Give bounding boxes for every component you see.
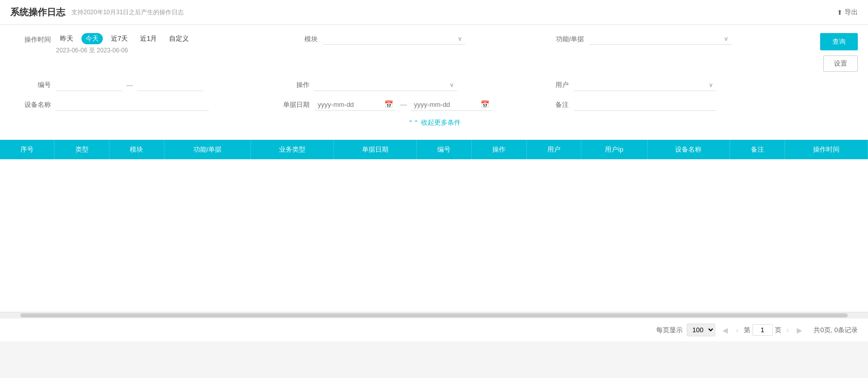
pagination: 每页显示 100 50 200 ◀ ‹ 第 页 › ▶ 共0页, 0条记录 <box>0 318 868 341</box>
device-input[interactable] <box>56 99 209 111</box>
operation-time-label: 操作时间 <box>10 35 51 44</box>
collapse-button[interactable]: ⌃⌃ 收起更多条件 <box>408 118 461 127</box>
date-from-wrapper: 📅 <box>315 98 396 111</box>
device-label: 设备名称 <box>10 100 51 109</box>
col-device: 设备名称 <box>647 140 730 159</box>
page-subtitle: 支持2020年10月31日之后产生的操作日志 <box>71 8 184 17</box>
module-select[interactable]: ∨ <box>323 33 465 45</box>
code-label: 编号 <box>10 80 51 90</box>
query-button[interactable]: 查询 <box>820 33 858 50</box>
time-custom-btn[interactable]: 自定义 <box>165 33 193 44</box>
filter-section: 操作时间 昨天 今天 近7天 近1月 自定义 2023-06-06 至 2023… <box>0 25 868 140</box>
first-page-button[interactable]: ◀ <box>719 325 731 335</box>
code-to-input[interactable] <box>137 79 203 91</box>
page-label: 第 <box>744 326 750 335</box>
date-from-input[interactable] <box>318 101 384 108</box>
time-7days-btn[interactable]: 近7天 <box>107 33 132 44</box>
col-biz-type: 业务类型 <box>251 140 334 159</box>
data-table: 序号 类型 模块 功能/单据 业务类型 单据日期 编号 操作 用户 用户ip 设… <box>0 140 868 159</box>
export-icon: ⬆ <box>837 9 843 16</box>
col-function: 功能/单据 <box>164 140 250 159</box>
per-page-select[interactable]: 100 50 200 <box>687 324 715 336</box>
module-label: 模块 <box>277 35 318 44</box>
total-text: 共0页, 0条记录 <box>814 326 858 335</box>
function-select[interactable]: ∨ <box>589 33 732 45</box>
col-doc-date: 单据日期 <box>334 140 417 159</box>
page-input[interactable] <box>752 324 773 336</box>
col-remarks: 备注 <box>730 140 785 159</box>
settings-button[interactable]: 设置 <box>823 55 858 72</box>
per-page-label: 每页显示 <box>656 326 683 335</box>
col-user-ip: 用户ip <box>581 140 647 159</box>
user-chevron-icon: ∨ <box>709 81 713 89</box>
collapse-icon: ⌃⌃ <box>408 119 419 127</box>
user-label: 用户 <box>528 80 569 90</box>
date-to-wrapper: 📅 <box>411 98 492 111</box>
next-page-button[interactable]: › <box>783 325 792 335</box>
last-page-button[interactable]: ▶ <box>794 325 805 335</box>
page-header: 系统操作日志 支持2020年10月31日之后产生的操作日志 ⬆ 导出 <box>0 0 868 25</box>
export-label: 导出 <box>845 8 858 17</box>
page-unit: 页 <box>775 326 781 335</box>
operation-select[interactable]: ∨ <box>315 79 457 91</box>
remarks-input[interactable] <box>574 99 716 111</box>
time-1month-btn[interactable]: 近1月 <box>136 33 161 44</box>
pagination-nav: ◀ ‹ 第 页 › ▶ <box>719 324 805 336</box>
page-title: 系统操作日志 <box>10 6 65 18</box>
table-header-row: 序号 类型 模块 功能/单据 业务类型 单据日期 编号 操作 用户 用户ip 设… <box>0 140 868 159</box>
user-select[interactable]: ∨ <box>574 79 716 91</box>
col-type: 类型 <box>54 140 109 159</box>
calendar-to-icon[interactable]: 📅 <box>481 100 489 108</box>
table-section: 序号 类型 模块 功能/单据 业务类型 单据日期 编号 操作 用户 用户ip 设… <box>0 140 868 312</box>
col-module: 模块 <box>109 140 164 159</box>
collapse-label: 收起更多条件 <box>421 118 461 127</box>
col-user: 用户 <box>526 140 581 159</box>
col-code: 编号 <box>416 140 471 159</box>
empty-area <box>0 159 868 312</box>
horizontal-scrollbar[interactable] <box>0 312 868 318</box>
export-button[interactable]: ⬆ 导出 <box>837 8 858 17</box>
function-label: 功能/单据 <box>543 35 584 44</box>
time-today-btn[interactable]: 今天 <box>81 33 103 44</box>
operation-chevron-icon: ∨ <box>450 81 454 89</box>
date-to-input[interactable] <box>414 101 481 108</box>
col-op-time: 操作时间 <box>785 140 868 159</box>
remarks-label: 备注 <box>528 100 569 109</box>
module-chevron-icon: ∨ <box>458 35 462 42</box>
code-from-input[interactable] <box>56 79 122 91</box>
time-range-display: 2023-06-06 至 2023-06-06 <box>56 46 193 55</box>
time-yesterday-btn[interactable]: 昨天 <box>56 33 77 44</box>
col-operation: 操作 <box>471 140 526 159</box>
col-index: 序号 <box>0 140 54 159</box>
action-buttons: 查询 设置 <box>820 33 858 72</box>
calendar-from-icon[interactable]: 📅 <box>384 100 393 108</box>
document-date-label: 单据日期 <box>269 100 310 109</box>
operation-label: 操作 <box>269 80 310 90</box>
prev-page-button[interactable]: ‹ <box>733 325 742 335</box>
function-chevron-icon: ∨ <box>724 35 729 42</box>
scrollbar-thumb <box>20 313 848 317</box>
